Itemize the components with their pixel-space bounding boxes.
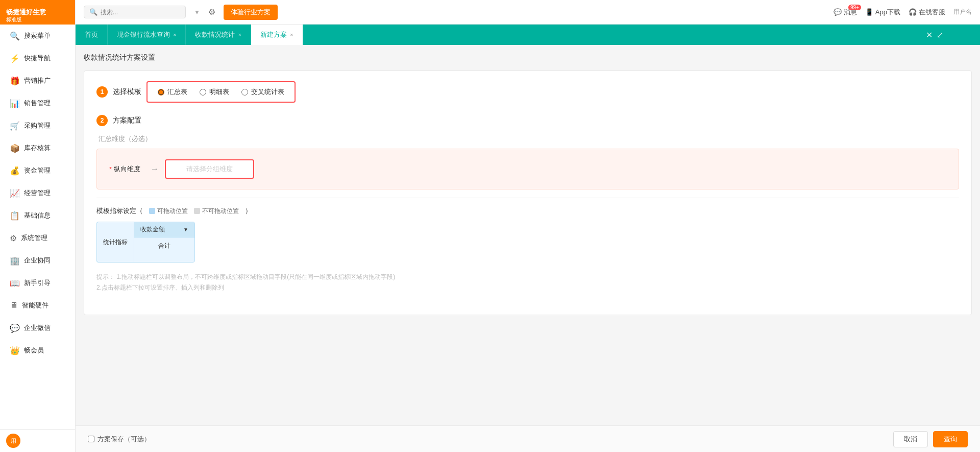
system-icon: ⚙ — [10, 233, 17, 243]
sidebar: 畅捷通好生意 标准版 🔍 搜索菜单 ⚡ 快捷导航 🎁 营销推广 📊 销售管理 🛒… — [0, 0, 76, 452]
app-logo: 畅捷通好生意 标准版 — [0, 0, 75, 25]
sidebar-item-enterprise-wechat[interactable]: 💬 企业微信 — [0, 317, 75, 339]
sidebar-item-beginner-guide[interactable]: 📖 新手引导 — [0, 272, 75, 294]
step1-header: 1 选择模板 汇总表 明细表 交叉统计表 — [96, 81, 959, 103]
save-option[interactable]: 方案保存（可选） — [88, 435, 151, 444]
sidebar-item-purchase[interactable]: 🛒 采购管理 — [0, 114, 75, 137]
sidebar-label-finance: 资金管理 — [24, 166, 51, 175]
tips-section: 提示： 1.拖动标题栏可以调整布局，不可跨维度或指标区域拖动目字段(只能在同一维… — [96, 273, 959, 292]
radio-cross-label[interactable]: 交叉统计表 — [251, 87, 284, 97]
tab-bank-flow[interactable]: 现金银行流水查询 × — [108, 25, 186, 45]
vertical-dim-label: 纵向维度 — [114, 164, 144, 174]
sidebar-item-smart-hardware[interactable]: 🖥 智能硬件 — [0, 294, 75, 317]
sidebar-item-basic-info[interactable]: 📋 基础信息 — [0, 204, 75, 227]
radio-detail[interactable]: 明细表 — [200, 87, 229, 97]
search-box[interactable]: 🔍 — [84, 6, 186, 18]
member-icon: 👑 — [10, 346, 20, 355]
search-icon: 🔍 — [89, 8, 97, 16]
download-button[interactable]: 📱 App下载 — [865, 8, 900, 17]
sidebar-item-search-menu[interactable]: 🔍 搜索菜单 — [0, 25, 75, 47]
notification-button[interactable]: 💬 消息 99+ — [834, 8, 857, 17]
sidebar-item-operations[interactable]: 📈 经营管理 — [0, 182, 75, 204]
tab-new-plan[interactable]: 新建方案 × — [251, 25, 303, 45]
search-menu-icon: 🔍 — [10, 31, 20, 41]
legend-dot-fixed — [194, 208, 200, 214]
vertical-dimension-row: * 纵向维度 → 请选择分组维度 — [96, 149, 959, 189]
radio-summary[interactable]: 汇总表 — [158, 87, 187, 97]
metrics-group-label: 统计指标 — [103, 238, 128, 247]
dim-placeholder-text: 请选择分组维度 — [186, 165, 233, 173]
radio-summary-label[interactable]: 汇总表 — [167, 87, 187, 97]
close-new-plan-icon[interactable]: × — [290, 32, 293, 38]
radio-detail-label[interactable]: 明细表 — [209, 87, 229, 97]
step1-num: 1 — [96, 86, 108, 98]
sidebar-label-sales: 销售管理 — [24, 99, 51, 108]
sidebar-label-enterprise-wechat: 企业微信 — [24, 323, 51, 332]
step2-num: 2 — [96, 115, 108, 126]
legend-draggable: 可拖动位置 — [149, 207, 188, 216]
settings-gear-icon[interactable]: ⚙ — [208, 7, 215, 17]
tab-home[interactable]: 首页 — [76, 25, 108, 45]
template-options-box: 汇总表 明细表 交叉统计表 — [146, 81, 296, 103]
service-icon: 🎧 — [909, 8, 917, 16]
config-card: 1 选择模板 汇总表 明细表 交叉统计表 — [84, 70, 972, 315]
tab-collection-stat[interactable]: 收款情况统计 × — [186, 25, 251, 45]
avatar: 用 — [6, 434, 20, 448]
query-button[interactable]: 查询 — [933, 431, 968, 447]
sidebar-item-enterprise-collab[interactable]: 🏢 企业协同 — [0, 249, 75, 272]
save-checkbox[interactable] — [88, 436, 94, 442]
sidebar-item-system[interactable]: ⚙ 系统管理 — [0, 227, 75, 249]
service-button[interactable]: 🎧 在线客服 — [909, 8, 945, 17]
step2-title: 方案配置 — [113, 116, 141, 125]
close-collection-stat-icon[interactable]: × — [238, 32, 241, 38]
industry-button[interactable]: 体验行业方案 — [224, 5, 278, 20]
sidebar-item-inventory[interactable]: 📦 库存核算 — [0, 137, 75, 159]
logo-text: 畅捷通好生意 — [6, 8, 46, 17]
sidebar-label-member: 畅会员 — [24, 346, 44, 355]
footer-left: 方案保存（可选） — [88, 435, 151, 444]
dim-selector[interactable]: 请选择分组维度 — [165, 159, 254, 179]
sidebar-item-member[interactable]: 👑 畅会员 — [0, 339, 75, 362]
search-input[interactable] — [101, 9, 172, 16]
sidebar-item-finance[interactable]: 💰 资金管理 — [0, 159, 75, 182]
dropdown-icon[interactable]: ▼ — [194, 9, 200, 16]
sidebar-label-basic-info: 基础信息 — [24, 211, 51, 220]
sidebar-label-search-menu: 搜索菜单 — [24, 31, 51, 40]
metrics-close-paren: ） — [245, 206, 252, 216]
sidebar-label-enterprise-collab: 企业协同 — [24, 256, 51, 265]
quick-nav-icon: ⚡ — [10, 54, 20, 63]
radio-cross[interactable]: 交叉统计表 — [241, 87, 284, 97]
tip-1: 提示： 1.拖动标题栏可以调整布局，不可跨维度或指标区域拖动目字段(只能在同一维… — [96, 273, 959, 281]
step1-section: 1 选择模板 汇总表 明细表 交叉统计表 — [96, 81, 959, 103]
radio-cross-input[interactable] — [241, 89, 248, 96]
sidebar-item-marketing[interactable]: 🎁 营销推广 — [0, 69, 75, 92]
user-avatar-text: 用户名 — [953, 8, 972, 16]
radio-summary-input[interactable] — [158, 89, 164, 96]
version-tag: 标准版 — [6, 16, 21, 23]
metrics-header-row: 模板指标设定（ 可拖动位置 不可拖动位置 ） — [96, 206, 959, 216]
tab-bank-flow-label: 现金银行流水查询 — [117, 30, 170, 39]
cancel-button[interactable]: 取消 — [893, 431, 928, 447]
save-label[interactable]: 方案保存（可选） — [97, 435, 151, 444]
sidebar-item-sales[interactable]: 📊 销售管理 — [0, 92, 75, 114]
metrics-dropdown-icon[interactable]: ▼ — [183, 227, 188, 232]
step2-header: 2 方案配置 — [96, 115, 959, 126]
finance-icon: 💰 — [10, 166, 20, 176]
footer: 方案保存（可选） 取消 查询 — [76, 425, 980, 452]
close-all-tabs-icon[interactable]: ✕ — [926, 30, 933, 40]
close-bank-flow-icon[interactable]: × — [173, 32, 176, 38]
notification-badge: 99+ — [848, 5, 861, 10]
sidebar-item-quick-nav[interactable]: ⚡ 快捷导航 — [0, 47, 75, 69]
marketing-icon: 🎁 — [10, 76, 20, 86]
sidebar-label-system: 系统管理 — [21, 233, 47, 243]
metrics-table-wrapper: 统计指标 收款金额 ▼ 合计 — [96, 222, 959, 263]
radio-detail-input[interactable] — [200, 89, 206, 96]
message-icon: 💬 — [834, 8, 842, 16]
metrics-total-cell: 合计 — [134, 237, 194, 254]
metrics-col-header-text: 收款金额 — [140, 225, 165, 234]
sidebar-label-inventory: 库存核算 — [24, 144, 51, 153]
legend-fixed-label: 不可拖动位置 — [202, 207, 239, 216]
metrics-col-header[interactable]: 收款金额 ▼ — [134, 222, 194, 237]
expand-icon[interactable]: ⤢ — [937, 30, 943, 40]
legend-draggable-label: 可拖动位置 — [157, 207, 188, 216]
